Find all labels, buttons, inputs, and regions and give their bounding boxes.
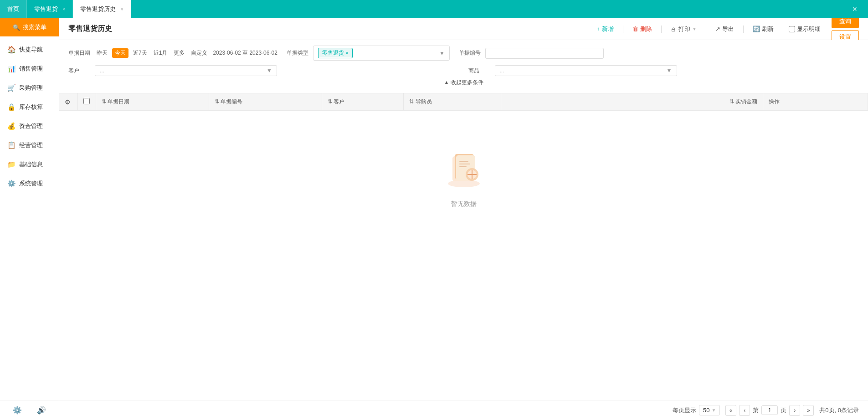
tab-home[interactable]: 首页 [0, 0, 27, 18]
goods-placeholder: ... [500, 67, 504, 74]
tab-retail-return-history-close[interactable]: × [120, 6, 123, 12]
goods-filter-label: 商品 [468, 67, 491, 75]
page-size-select-box[interactable]: 50 ▼ [699, 405, 720, 415]
sidebar-nav: 🏠 快捷导航 📊 销售管理 🛒 采购管理 🔒 库存核算 💰 资金管理 📋 [0, 36, 59, 400]
divider-1 [623, 26, 623, 33]
date-opt-yesterday[interactable]: 昨天 [95, 48, 109, 58]
th-customer[interactable]: ⇅ 客户 [322, 93, 403, 111]
last-page-button[interactable]: » [803, 405, 814, 416]
date-filter-group: 单据日期 昨天 今天 近7天 近1月 更多 自定义 2023-06-02 至 2… [68, 48, 277, 58]
date-filter-label: 单据日期 [68, 49, 91, 57]
filter-area: 单据日期 昨天 今天 近7天 近1月 更多 自定义 2023-06-02 至 2… [59, 40, 868, 93]
print-icon: 🖨 [671, 26, 677, 32]
date-opt-today[interactable]: 今天 [112, 48, 128, 58]
date-opt-custom[interactable]: 自定义 [189, 48, 209, 58]
sidebar-item-operations[interactable]: 📋 经营管理 [0, 136, 59, 155]
th-guide[interactable]: ⇅ 导购员 [404, 93, 501, 111]
svg-rect-9 [459, 164, 470, 164]
sidebar-item-system-mgmt[interactable]: ⚙️ 系统管理 [0, 174, 59, 193]
print-button[interactable]: 🖨 打印 ▼ [667, 23, 700, 35]
sidebar-item-basic-info-label: 基础信息 [19, 160, 43, 169]
svg-rect-10 [459, 166, 467, 167]
settings-bottom-icon[interactable]: ⚙️ [13, 406, 22, 415]
sidebar-item-sales-mgmt[interactable]: 📊 销售管理 [0, 59, 59, 78]
finance-icon: 💰 [7, 122, 15, 130]
type-filter-group: 单据类型 零售退货 × ▼ [287, 46, 450, 61]
export-icon: ↗ [715, 26, 720, 32]
content-area: 零售退货历史 + 新增 🗑 删除 🖨 打印 ▼ ↗ 导出 🔄 [59, 18, 868, 420]
refresh-button[interactable]: 🔄 刷新 [749, 23, 777, 35]
select-arrow-icon: ▼ [439, 50, 445, 56]
purchase-icon: 🛒 [7, 84, 15, 92]
query-button[interactable]: 查询 [832, 18, 859, 28]
show-detail-checkbox[interactable] [789, 26, 795, 32]
refresh-icon: 🔄 [753, 26, 760, 32]
basic-info-icon: 📁 [7, 160, 15, 169]
th-date[interactable]: ⇅ 单据日期 [96, 93, 209, 111]
doc-number-filter-group: 单据编号 [459, 48, 604, 59]
doc-number-input[interactable] [485, 48, 604, 59]
page-size-value: 50 [703, 407, 709, 414]
sidebar-bottom: ⚙️ 🔊 [0, 400, 59, 420]
tab-retail-return[interactable]: 零售退货 × [27, 0, 73, 18]
table-header-row: ⚙ ⇅ 单据日期 ⇅ 单据编号 ⇅ 客户 [59, 93, 868, 111]
system-icon: ⚙️ [7, 179, 15, 188]
add-button[interactable]: + 新增 [593, 23, 617, 35]
filter-row-2: 客户 ... ▼ 商品 ... ▼ [68, 65, 859, 76]
first-page-button[interactable]: « [725, 405, 736, 416]
sidebar-item-sales-label: 销售管理 [19, 65, 43, 73]
th-checkbox [77, 93, 96, 111]
filter-row-1: 单据日期 昨天 今天 近7天 近1月 更多 自定义 2023-06-02 至 2… [68, 46, 859, 61]
goods-filter-item: 商品 ... ▼ [468, 65, 859, 76]
sidebar-item-inventory[interactable]: 🔒 库存核算 [0, 97, 59, 117]
tab-retail-return-close[interactable]: × [62, 6, 65, 12]
column-settings-icon[interactable]: ⚙ [65, 98, 71, 106]
tab-retail-return-history[interactable]: 零售退货历史 × [73, 0, 131, 18]
date-opt-last-month[interactable]: 近1月 [152, 48, 169, 58]
sidebar-item-basic-info[interactable]: 📁 基础信息 [0, 155, 59, 174]
empty-state: 暂无数据 [59, 111, 868, 245]
sidebar-search-label: 搜索菜单 [23, 23, 46, 31]
th-amount[interactable]: ⇅ 实销金额 [501, 93, 763, 111]
data-table: ⚙ ⇅ 单据日期 ⇅ 单据编号 ⇅ 客户 [59, 93, 868, 111]
tab-retail-return-label: 零售退货 [34, 5, 58, 13]
date-opt-more[interactable]: 更多 [172, 48, 186, 58]
type-select[interactable]: 零售退货 × ▼ [313, 46, 450, 61]
select-all-checkbox[interactable] [83, 98, 90, 104]
next-page-button[interactable]: › [789, 405, 800, 416]
top-bar-right: × [848, 5, 868, 14]
page-size-label: 每页显示 [673, 406, 696, 415]
th-number-label: ⇅ 单据编号 [215, 98, 242, 105]
customer-select[interactable]: ... ▼ [95, 65, 277, 76]
sidebar-item-quick-nav[interactable]: 🏠 快捷导航 [0, 40, 59, 59]
sidebar: 🔍 搜索菜单 🏠 快捷导航 📊 销售管理 🛒 采购管理 🔒 库存核算 💰 [0, 18, 59, 420]
customer-placeholder: ... [100, 67, 104, 74]
table-area: ⚙ ⇅ 单据日期 ⇅ 单据编号 ⇅ 客户 [59, 93, 868, 400]
sound-icon[interactable]: 🔊 [37, 406, 46, 415]
sidebar-search[interactable]: 🔍 搜索菜单 [0, 18, 59, 36]
prev-page-button[interactable]: ‹ [739, 405, 750, 416]
th-amount-label: ⇅ 实销金额 [729, 98, 757, 105]
empty-icon [441, 147, 487, 193]
sidebar-item-purchase-mgmt[interactable]: 🛒 采购管理 [0, 78, 59, 97]
page-label: 页 [781, 406, 786, 415]
export-label: 导出 [722, 25, 734, 33]
tag-close-icon[interactable]: × [346, 51, 349, 56]
page-title: 零售退货历史 [68, 24, 112, 34]
divider-4 [743, 26, 744, 33]
date-opt-last7[interactable]: 近7天 [131, 48, 149, 58]
sidebar-item-finance[interactable]: 💰 资金管理 [0, 117, 59, 136]
tab-list: 首页 零售退货 × 零售退货历史 × [0, 0, 848, 18]
home-icon: 🏠 [7, 46, 15, 54]
window-close-button[interactable]: × [848, 5, 861, 14]
export-button[interactable]: ↗ 导出 [712, 23, 738, 35]
sales-icon: 📊 [7, 65, 15, 73]
total-info: 共0页, 0条记录 [819, 406, 859, 415]
page-input[interactable] [761, 405, 778, 415]
date-range-display: 2023-06-02 至 2023-06-02 [213, 49, 277, 57]
goods-select[interactable]: ... ▼ [495, 65, 677, 76]
delete-button[interactable]: 🗑 删除 [629, 23, 656, 35]
collapse-button[interactable]: ▲ 收起更多条件 [68, 76, 859, 87]
th-number[interactable]: ⇅ 单据编号 [209, 93, 322, 111]
print-arrow-icon: ▼ [692, 26, 697, 31]
